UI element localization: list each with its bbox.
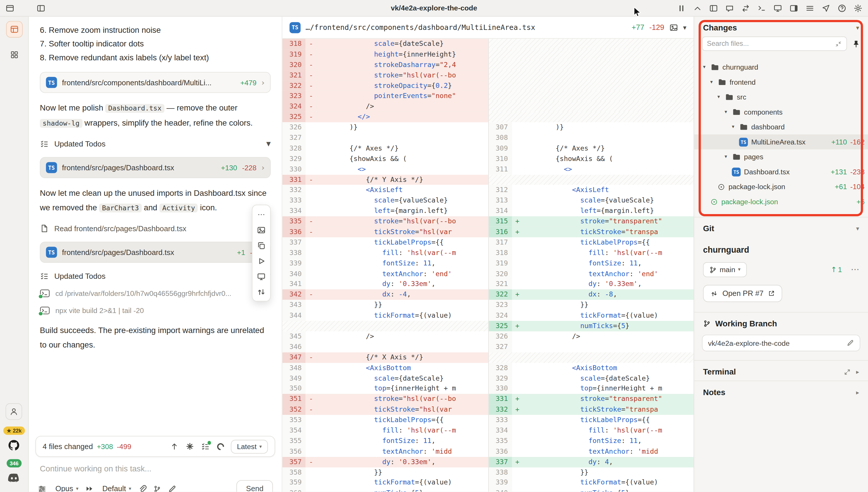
- line-number: 359: [282, 477, 306, 488]
- git-header[interactable]: Git ▾: [694, 217, 868, 237]
- chevron-down-icon: ▾: [856, 25, 859, 31]
- updated-todos-row[interactable]: Updated Todos▾: [40, 140, 271, 149]
- diff-row: 334 left={margin.left}: [282, 206, 488, 216]
- diff-row: 356 textAnchor: 'midd: [282, 446, 488, 457]
- file-change-card[interactable]: TSfrontend/src/pages/Dashboard.tsx+130-2…: [40, 157, 271, 178]
- discord-button[interactable]: [6, 470, 22, 487]
- git-title: Git: [703, 224, 714, 233]
- line-number: 329: [489, 373, 512, 384]
- terminal-command-row[interactable]: npx vite build 2>&1 | tail -20: [40, 306, 271, 315]
- file-tree-item[interactable]: TSMultiLineArea.tsx+110-162: [694, 134, 868, 149]
- chevron-down-icon[interactable]: ▾: [683, 24, 686, 31]
- pause-icon[interactable]: [677, 3, 686, 13]
- sparkle-icon[interactable]: [186, 442, 194, 451]
- screenshot-icon[interactable]: [254, 222, 268, 237]
- updated-todos-row[interactable]: Updated Todos▾: [40, 272, 271, 280]
- todo-check-icon[interactable]: [201, 442, 210, 451]
- todo-list-item: 6. Remove zoom instruction noise: [40, 23, 271, 37]
- removed-count: -162: [850, 138, 865, 146]
- window-icon[interactable]: [5, 3, 15, 13]
- run-icon[interactable]: [254, 253, 268, 268]
- chat-bubble-icon[interactable]: [725, 3, 734, 13]
- folder-tree-item[interactable]: ▾churnguard: [694, 60, 868, 75]
- line-number: 311: [489, 164, 512, 175]
- code-line: stroke="hsl(var(--bo: [317, 394, 488, 404]
- diff-old-pane: 318- scale={dateScale}319- height={inner…: [282, 39, 488, 492]
- menu-icon[interactable]: [805, 3, 815, 13]
- paperclip-icon[interactable]: [138, 485, 147, 492]
- diff-row: 308: [489, 133, 694, 143]
- panel-left-icon[interactable]: [709, 3, 718, 13]
- latest-dropdown[interactable]: Latest ▾: [231, 440, 268, 454]
- collapse-tree-icon[interactable]: [835, 40, 842, 47]
- swap-icon[interactable]: [741, 3, 750, 13]
- projects-button[interactable]: [6, 46, 22, 63]
- workspace-button[interactable]: [6, 21, 22, 38]
- open-pr-button[interactable]: Open PR #7: [703, 285, 782, 302]
- compare-icon[interactable]: [254, 284, 268, 299]
- forward-icon[interactable]: [85, 485, 93, 492]
- file-tree-item[interactable]: package-lock.json+61-104: [694, 179, 868, 194]
- file-tree-item[interactable]: TSDashboard.tsx+131-233: [694, 164, 868, 179]
- search-input[interactable]: [707, 40, 835, 48]
- panel-right-icon[interactable]: [789, 3, 798, 13]
- notes-header[interactable]: Notes ▸: [694, 381, 868, 401]
- folder-tree-item[interactable]: ▾pages: [694, 149, 868, 164]
- file-tree-item[interactable]: package-lock.json+6: [694, 194, 868, 209]
- working-branch-input[interactable]: vk/4e2a-explore-the-code: [702, 335, 860, 351]
- changes-header[interactable]: Changes ▾: [694, 17, 868, 36]
- more-options-icon[interactable]: ⋯: [851, 266, 859, 274]
- message-input[interactable]: [36, 457, 275, 478]
- more-icon[interactable]: [254, 207, 268, 222]
- titlebar-right-icons: [677, 3, 868, 13]
- folder-tree-item[interactable]: ▾frontend: [694, 75, 868, 89]
- file-search[interactable]: [702, 36, 847, 51]
- folder-tree-item[interactable]: ▾components: [694, 104, 868, 119]
- expand-icon[interactable]: [844, 368, 851, 375]
- floating-toolbar: [252, 205, 271, 302]
- image-diff-icon[interactable]: [669, 23, 678, 32]
- edit-branch-icon[interactable]: [846, 339, 854, 347]
- diff-marker: [512, 269, 523, 279]
- pin-icon[interactable]: [852, 40, 861, 48]
- diff-filler-row: [489, 49, 694, 60]
- folder-tree-item[interactable]: ▾src: [694, 90, 868, 104]
- sliders-icon[interactable]: [38, 485, 47, 492]
- read-file-row[interactable]: Read frontend/src/pages/Dashboard.tsx: [40, 224, 271, 233]
- composer-icons-b: [85, 485, 93, 492]
- monitor-icon[interactable]: [254, 269, 268, 284]
- monitor-icon[interactable]: [773, 3, 782, 13]
- terminal-icon[interactable]: [757, 3, 767, 13]
- settings-icon[interactable]: [853, 3, 863, 13]
- folder-tree-item[interactable]: ▾dashboard: [694, 120, 868, 134]
- help-icon[interactable]: [838, 3, 846, 13]
- file-name: frontend/src/pages/Dashboard.tsx: [62, 248, 232, 256]
- layout-icon[interactable]: [37, 3, 46, 13]
- terminal-header[interactable]: Terminal ▸: [694, 361, 868, 380]
- added-count: +1: [237, 248, 245, 256]
- diff-row: 327: [282, 133, 488, 143]
- branch-dropdown[interactable]: main ▾: [703, 262, 747, 277]
- pen-icon[interactable]: [168, 485, 177, 492]
- arrow-up-icon[interactable]: [170, 442, 179, 451]
- collapse-icon[interactable]: [693, 3, 702, 13]
- code-line: dy: '0.33em',: [317, 279, 488, 290]
- diff-row: 322+ dx: -8,: [489, 290, 694, 300]
- account-button[interactable]: [6, 403, 22, 420]
- copy-icon[interactable]: [254, 238, 268, 253]
- branch-icon[interactable]: [153, 485, 161, 492]
- code-line: {/* X Axis */}: [317, 352, 488, 363]
- file-change-card[interactable]: TSfrontend/src/pages/Dashboard.tsx+1-5›: [40, 242, 271, 263]
- diff-filler-row: [282, 321, 488, 331]
- send-button[interactable]: Send: [237, 481, 273, 492]
- file-change-card[interactable]: TSfrontend/src/components/dashboard/Mult…: [40, 72, 271, 93]
- mode-dropdown[interactable]: Default ▾: [102, 485, 131, 492]
- assistant-paragraph: Build succeeds. The pre-existing import …: [40, 324, 271, 352]
- diff-row: 329 {showAxis && (: [282, 154, 488, 164]
- github-button[interactable]: [6, 437, 22, 454]
- share-icon[interactable]: [822, 3, 830, 13]
- spinner-icon[interactable]: [216, 442, 225, 451]
- terminal-command-row[interactable]: cd /private/var/folders/10/h7w0q46556ggr…: [40, 289, 271, 298]
- diff-row: 354 fill: 'hsl(var(--m: [282, 425, 488, 436]
- model-dropdown[interactable]: Opus ▾: [55, 485, 79, 492]
